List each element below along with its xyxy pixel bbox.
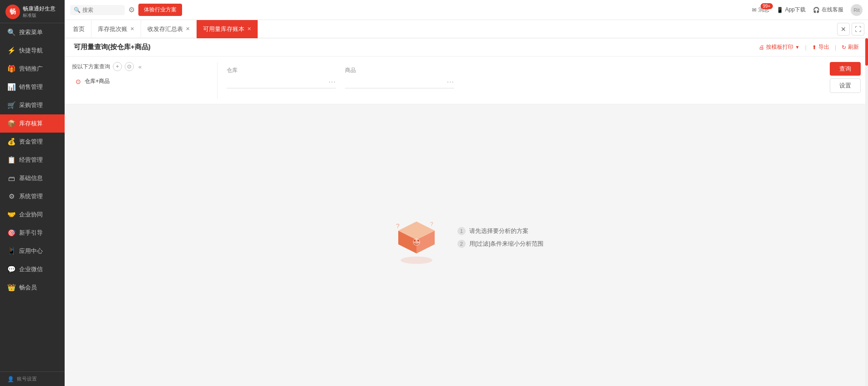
sidebar-item-member[interactable]: 👑 畅会员: [0, 278, 65, 297]
scrollbar-thumb: [865, 38, 868, 66]
settings-icon[interactable]: ⚙: [128, 5, 135, 14]
separator2: |: [835, 44, 836, 51]
sidebar-item-appcenter[interactable]: 📱 应用中心: [0, 242, 65, 260]
svg-point-7: [417, 240, 419, 242]
edit-scheme-btn[interactable]: ⊙: [125, 62, 134, 71]
svg-text:?: ?: [396, 222, 400, 230]
warehouse-input[interactable]: [227, 79, 327, 85]
tab-summary[interactable]: 收发存汇总表 ✕: [141, 20, 197, 38]
export-label: 导出: [818, 43, 829, 51]
online-service-btn[interactable]: 🎧 在线客服: [813, 6, 843, 14]
crown-icon: 👑: [7, 283, 15, 292]
export-btn[interactable]: ⬆ 导出: [812, 43, 829, 51]
sidebar-item-label: 销售管理: [19, 83, 43, 91]
app-name-block: 畅康通好生意 标准版: [23, 5, 56, 19]
tab-batch-close[interactable]: ✕: [130, 26, 134, 32]
filter-actions: 查询 设置: [822, 62, 861, 93]
sidebar-item-label: 畅会员: [19, 283, 37, 292]
print-label: 按模板打印: [766, 43, 793, 51]
industry-btn[interactable]: 体验行业方案: [138, 4, 182, 16]
empty-illustration: ? ?: [389, 212, 444, 267]
sidebar-item-inventory[interactable]: 📦 库存核算: [0, 114, 65, 133]
separator1: |: [805, 44, 807, 51]
sidebar-item-label: 搜索菜单: [19, 28, 43, 36]
gear-icon: ⚙: [7, 192, 15, 201]
sidebar-item-operations[interactable]: 📋 经营管理: [0, 151, 65, 169]
warehouse-field: 仓库 ···: [227, 67, 336, 88]
warehouse-dots-btn[interactable]: ···: [329, 78, 336, 86]
sidebar-item-label: 系统管理: [19, 192, 43, 201]
empty-hint-1: 1 请先选择要分析的方案: [457, 227, 543, 235]
product-input-wrap: ···: [345, 76, 454, 88]
hint-num-1: 1: [457, 227, 466, 235]
money-icon: 💰: [7, 138, 15, 146]
tab-available[interactable]: 可用量库存账本 ✕: [197, 20, 258, 38]
refresh-label: 刷新: [848, 43, 859, 51]
sidebar-item-cooperation[interactable]: 🤝 企业协同: [0, 206, 65, 224]
tab-batch[interactable]: 库存批次账 ✕: [91, 20, 141, 38]
sidebar-nav: 🔍 搜索菜单 ⚡ 快捷导航 🎁 营销推广 📊 销售管理 🛒 采购管理 📦 库存核…: [0, 23, 65, 371]
sidebar-item-system[interactable]: ⚙ 系统管理: [0, 187, 65, 206]
mobile-icon: 📱: [7, 247, 15, 255]
sidebar-item-newbie[interactable]: 🎯 新手引导: [0, 224, 65, 242]
empty-hint-2: 2 用[过滤]条件来缩小分析范围: [457, 240, 543, 248]
add-scheme-btn[interactable]: +: [113, 62, 122, 71]
tab-home[interactable]: 首页: [66, 20, 91, 38]
sidebar-item-label: 经营管理: [19, 156, 43, 164]
right-scrollbar[interactable]: [865, 38, 868, 386]
sidebar-item-quicknav[interactable]: ⚡ 快捷导航: [0, 41, 65, 60]
page-actions: 🖨 按模板打印 ▼ | ⬆ 导出 | ↻ 刷新: [759, 43, 859, 51]
scheme-panel: 按以下方案查询 + ⊙ « ⊙ 仓库+商品: [72, 62, 218, 98]
sidebar-item-search[interactable]: 🔍 搜索菜单: [0, 23, 65, 41]
app-name: 畅康通好生意: [23, 5, 56, 13]
svg-point-6: [414, 240, 416, 242]
sidebar-item-sales[interactable]: 📊 销售管理: [0, 78, 65, 96]
database-icon: 🗃: [7, 175, 15, 182]
sidebar-item-label: 基础信息: [19, 174, 43, 182]
sidebar-item-label: 应用中心: [19, 247, 43, 255]
message-btn[interactable]: ✉ 消息 99+: [752, 6, 769, 14]
product-field: 商品 ···: [345, 67, 454, 88]
svg-text:?: ?: [430, 221, 433, 227]
sidebar-item-purchase[interactable]: 🛒 采购管理: [0, 96, 65, 114]
export-icon: ⬆: [812, 44, 817, 51]
tab-close-all-btn[interactable]: ✕: [837, 23, 850, 36]
user-profile[interactable]: Rit: [851, 4, 863, 16]
print-btn[interactable]: 🖨 按模板打印 ▼: [759, 43, 800, 51]
topbar-search-icon: 🔍: [74, 7, 81, 13]
collapse-btn[interactable]: «: [138, 63, 142, 70]
avatar: Rit: [851, 4, 863, 16]
box-icon: 📦: [7, 119, 15, 128]
scheme-item-warehouse-product[interactable]: ⊙ 仓库+商品: [72, 75, 212, 88]
sidebar-item-basic[interactable]: 🗃 基础信息: [0, 169, 65, 187]
hint-text-2: 用[过滤]条件来缩小分析范围: [469, 240, 543, 248]
search-icon: 🔍: [7, 28, 15, 36]
query-btn[interactable]: 查询: [830, 62, 861, 76]
product-dots-btn[interactable]: ···: [447, 78, 454, 86]
chart-icon: 📊: [7, 83, 15, 91]
sidebar-footer-text: 账号设置: [17, 376, 37, 382]
sidebar-item-label: 新手引导: [19, 229, 43, 237]
refresh-btn[interactable]: ↻ 刷新: [842, 43, 859, 51]
tab-summary-label: 收发存汇总表: [147, 25, 183, 33]
topbar-search-box[interactable]: 🔍: [70, 5, 125, 15]
product-input[interactable]: [345, 79, 445, 85]
sidebar-item-label: 企业微信: [19, 265, 43, 273]
topbar-right: ✉ 消息 99+ 📱 App下载 🎧 在线客服 Rit: [752, 4, 863, 16]
app-download-btn[interactable]: 📱 App下载: [777, 6, 806, 14]
sidebar-footer: 👤 账号设置: [0, 371, 65, 386]
filter-settings-btn[interactable]: 设置: [830, 78, 861, 93]
tab-home-label: 首页: [73, 25, 85, 33]
tab-expand-btn[interactable]: ⛶: [852, 23, 864, 36]
tabbar: 首页 库存批次账 ✕ 收发存汇总表 ✕ 可用量库存账本 ✕ ✕ ⛶: [65, 20, 868, 38]
empty-hints: 1 请先选择要分析的方案 2 用[过滤]条件来缩小分析范围: [457, 227, 543, 252]
svg-point-0: [401, 257, 432, 264]
tab-summary-close[interactable]: ✕: [186, 26, 190, 32]
tab-available-close[interactable]: ✕: [247, 26, 251, 32]
sidebar-item-marketing[interactable]: 🎁 营销推广: [0, 60, 65, 78]
search-input[interactable]: [82, 7, 119, 13]
sidebar-item-finance[interactable]: 💰 资金管理: [0, 133, 65, 151]
sidebar-item-wechat[interactable]: 💬 企业微信: [0, 260, 65, 278]
print-icon: 🖨: [759, 44, 764, 51]
scheme-item-label: 仓库+商品: [85, 77, 110, 85]
